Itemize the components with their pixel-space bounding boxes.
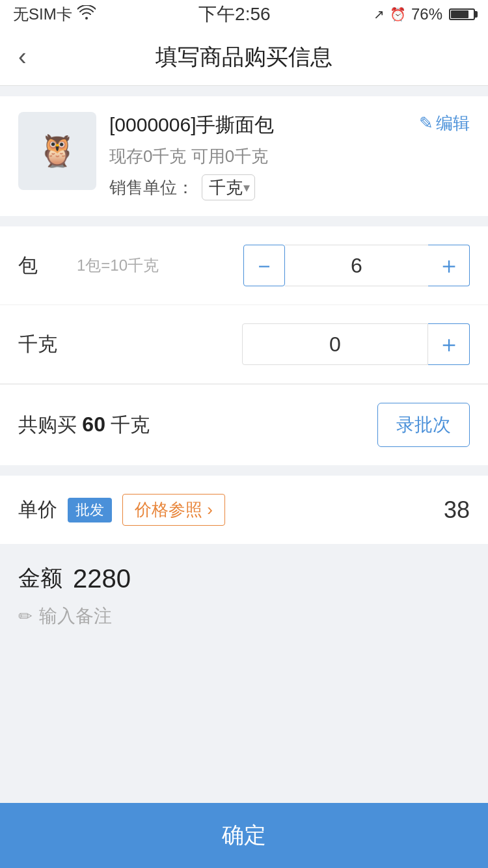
package-row: 包 1包=10千克 － ＋ [0, 226, 488, 305]
kg-quantity-control: ＋ [242, 323, 470, 365]
confirm-bar[interactable]: 确定 [0, 803, 488, 868]
price-ref-button[interactable]: 价格参照 › [122, 494, 225, 526]
package-sub-label: 1包=10千克 [77, 255, 243, 276]
package-quantity-input[interactable] [285, 245, 428, 286]
product-info: [0000006]手撕面包 现存0千克 可用0千克 销售单位： 千克 包 [109, 112, 470, 200]
product-logo: 🦉 [38, 133, 77, 169]
package-label: 包 [18, 252, 70, 279]
product-name: [0000006]手撕面包 [109, 112, 470, 139]
carrier-label: 无SIM卡 [13, 4, 72, 25]
unit-label: 销售单位： [109, 176, 194, 199]
product-stock: 现存0千克 可用0千克 [109, 145, 470, 168]
page-title: 填写商品购买信息 [156, 42, 332, 72]
note-placeholder: 输入备注 [39, 604, 112, 629]
package-minus-button[interactable]: － [243, 245, 285, 286]
amount-label: 金额 [18, 563, 62, 593]
edit-label: 编辑 [436, 112, 470, 135]
time-label: 下午2:56 [198, 2, 271, 27]
kg-row: 千克 ＋ [0, 305, 488, 384]
product-section: 🦉 [0000006]手撕面包 现存0千克 可用0千克 销售单位： 千克 包 ✎… [0, 96, 488, 216]
total-row: 共购买 60 千克 录批次 [0, 384, 488, 465]
total-text: 共购买 60 千克 [18, 412, 150, 439]
battery-icon [449, 8, 475, 20]
price-section: 单价 批发 价格参照 › 38 [0, 476, 488, 544]
batch-button[interactable]: 录批次 [377, 403, 470, 447]
unit-select-wrap[interactable]: 千克 包 [202, 174, 255, 200]
price-value: 38 [444, 496, 470, 524]
price-ref-label: 价格参照 › [135, 498, 213, 521]
status-right: ↗ ⏰ 76% [373, 5, 475, 23]
alarm-icon: ⏰ [390, 7, 406, 22]
amount-section: 金额 2280 ✏ 输入备注 [0, 545, 488, 639]
amount-value: 2280 [73, 564, 131, 593]
confirm-button[interactable]: 确定 [222, 821, 266, 850]
kg-label: 千克 [18, 331, 70, 358]
edit-icon: ✎ [419, 113, 433, 133]
input-section: 包 1包=10千克 － ＋ 千克 ＋ 共购买 60 千克 录批次 [0, 226, 488, 465]
battery-label: 76% [411, 5, 442, 23]
wifi-icon [77, 5, 96, 23]
total-prefix: 共购买 [18, 414, 77, 435]
kg-quantity-input[interactable] [242, 323, 428, 365]
price-row: 单价 批发 价格参照 › 38 [18, 494, 470, 526]
pencil-icon: ✏ [18, 606, 33, 627]
product-unit-row: 销售单位： 千克 包 [109, 174, 470, 200]
nav-bar: ‹ 填写商品购买信息 [0, 29, 488, 86]
status-bar: 无SIM卡 下午2:56 ↗ ⏰ 76% [0, 0, 488, 29]
unit-select[interactable]: 千克 包 [202, 174, 255, 200]
status-left: 无SIM卡 [13, 4, 96, 25]
back-button[interactable]: ‹ [18, 43, 27, 71]
amount-row: 金额 2280 [18, 563, 470, 593]
spacer [0, 639, 488, 821]
kg-plus-button[interactable]: ＋ [428, 323, 470, 365]
price-label: 单价 [18, 496, 57, 523]
note-row[interactable]: ✏ 输入备注 [18, 604, 470, 629]
batch-badge: 批发 [68, 498, 112, 522]
edit-button[interactable]: ✎ 编辑 [419, 112, 470, 135]
package-plus-button[interactable]: ＋ [428, 245, 470, 286]
product-image: 🦉 [18, 112, 96, 190]
total-unit: 千克 [111, 414, 150, 435]
location-icon: ↗ [373, 7, 385, 22]
total-amount: 60 [82, 413, 105, 436]
package-quantity-control: － ＋ [243, 245, 470, 286]
